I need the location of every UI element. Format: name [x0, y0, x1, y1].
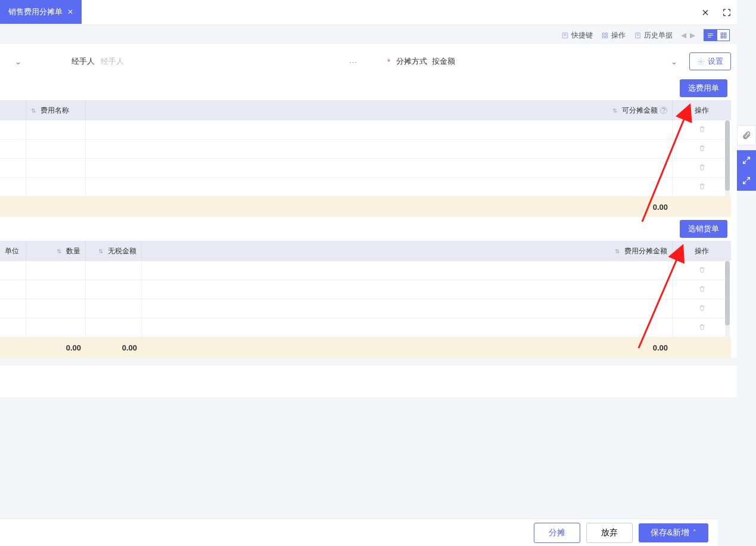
svg-rect-1 — [602, 33, 604, 35]
chevron-down-icon[interactable]: ⌄ — [15, 57, 21, 66]
svg-rect-6 — [721, 33, 723, 35]
next-record-icon[interactable]: ▶ — [690, 31, 695, 39]
svg-rect-9 — [724, 36, 726, 38]
save-new-button[interactable]: 保存&新增 ˄ — [639, 523, 708, 542]
table-row — [0, 139, 731, 159]
col-notax[interactable]: 无税金额 — [86, 241, 142, 261]
required-mark: * — [387, 57, 390, 66]
trash-icon[interactable] — [698, 182, 706, 192]
table-row — [0, 178, 731, 197]
footer-notax-total: 0.00 — [86, 343, 142, 352]
method-label: 分摊方式 — [396, 56, 427, 67]
chevron-down-icon[interactable]: ⌄ — [671, 57, 677, 66]
table-row — [0, 280, 731, 299]
col-alloc-amount[interactable]: 费用分摊金额 — [142, 241, 673, 261]
col-action: 操作 — [673, 100, 731, 120]
col-qty[interactable]: 数量 — [26, 241, 86, 261]
settings-button[interactable]: 设置 — [689, 52, 731, 70]
col-allocatable[interactable]: 可分摊金额 ? — [86, 100, 673, 120]
svg-rect-7 — [724, 33, 726, 35]
toolbar: 快捷键 操作 历史单据 ◀ ▶ — [0, 26, 737, 44]
footer-alloc-total: 0.00 — [142, 343, 673, 352]
expand-icon[interactable] — [737, 150, 756, 170]
shortcut-link[interactable]: 快捷键 — [561, 30, 593, 41]
view-grid-button[interactable] — [717, 29, 730, 41]
history-link[interactable]: 历史单据 — [634, 30, 673, 41]
table-row — [0, 261, 731, 280]
handler-label: 经手人 — [71, 56, 95, 67]
tab-title: 销售费用分摊单 — [8, 7, 63, 17]
trash-icon[interactable] — [698, 144, 706, 154]
svg-rect-4 — [606, 36, 608, 38]
trash-icon[interactable] — [698, 285, 706, 294]
fullscreen-icon[interactable] — [720, 6, 733, 19]
trash-icon[interactable] — [698, 266, 706, 275]
method-select[interactable]: 按金额 — [432, 56, 666, 67]
operate-link[interactable]: 操作 — [601, 30, 626, 41]
col-expense-name[interactable]: 费用名称 — [26, 100, 86, 120]
expand-icon-2[interactable] — [737, 170, 756, 191]
col-unit: 单位 — [0, 241, 26, 261]
trash-icon[interactable] — [698, 323, 706, 333]
trash-icon[interactable] — [698, 304, 706, 314]
info-icon[interactable]: ? — [660, 107, 667, 114]
more-icon[interactable]: ··· — [349, 57, 357, 66]
trash-icon[interactable] — [698, 125, 706, 135]
svg-rect-2 — [606, 33, 608, 35]
table-row — [0, 299, 731, 318]
select-sales-button[interactable]: 选销货单 — [680, 220, 727, 238]
footer-allocatable-total: 0.00 — [86, 203, 673, 212]
view-list-button[interactable] — [704, 29, 717, 41]
table-row — [0, 159, 731, 178]
select-expense-button[interactable]: 选费用单 — [680, 79, 727, 97]
close-icon[interactable]: ✕ — [67, 8, 73, 16]
close-main-icon[interactable] — [699, 6, 712, 19]
svg-rect-3 — [602, 36, 604, 38]
svg-rect-8 — [721, 36, 723, 38]
table-row — [0, 318, 731, 337]
discard-button[interactable]: 放弃 — [586, 523, 633, 543]
handler-input[interactable]: 经手人 — [101, 56, 343, 67]
svg-point-10 — [700, 60, 702, 62]
prev-record-icon[interactable]: ◀ — [681, 31, 686, 39]
col-blank — [0, 100, 26, 120]
allocate-button[interactable]: 分摊 — [534, 523, 580, 543]
footer-qty-total: 0.00 — [26, 343, 86, 352]
tab-active[interactable]: 销售费用分摊单 ✕ — [0, 0, 82, 24]
chevron-up-icon: ˄ — [693, 529, 696, 536]
table-row — [0, 120, 731, 139]
trash-icon[interactable] — [698, 163, 706, 173]
attachment-icon[interactable] — [737, 125, 756, 145]
col-action2: 操作 — [673, 241, 731, 261]
